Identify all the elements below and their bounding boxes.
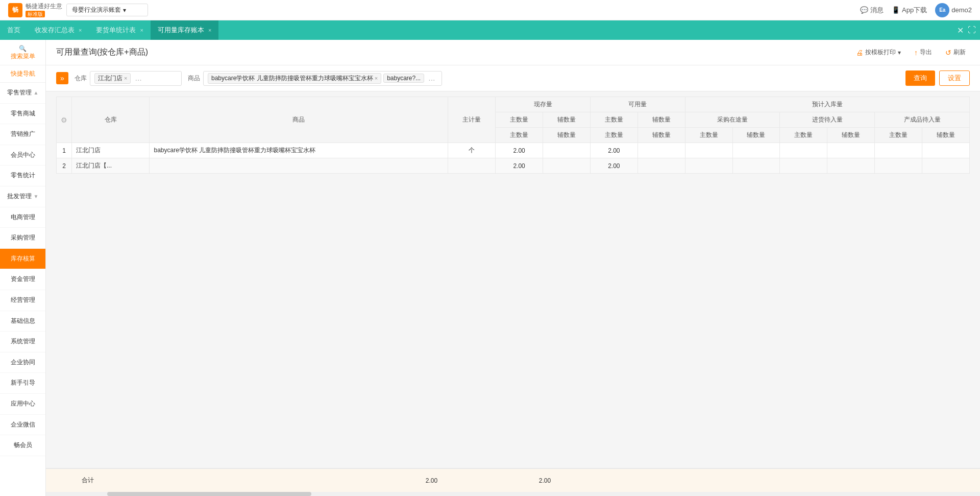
- row1-current-aux: [543, 143, 591, 158]
- col-purchase-transit-header: 采购在途量: [685, 112, 780, 128]
- export-button[interactable]: ↑ 导出: [910, 46, 936, 59]
- sidebar-item-member-center[interactable]: 会员中心: [0, 145, 45, 166]
- download-icon: 📱: [892, 6, 900, 14]
- sidebar-item-inventory[interactable]: 库存核算: [0, 249, 45, 270]
- row1-product: babycare学饮杯 儿童防摔防撞吸管杯重力球吸嘴杯宝宝水杯: [150, 143, 448, 158]
- sidebar-item-retail-mgmt[interactable]: 零售管理 ▲: [0, 83, 45, 104]
- col-production-aux: 辅数量: [922, 128, 970, 143]
- tab-close-receipt[interactable]: ×: [79, 27, 82, 33]
- tab-receipt-summary[interactable]: 收发存汇总表 ×: [28, 20, 89, 40]
- row2-unit: [448, 158, 496, 174]
- sidebar-item-purchase[interactable]: 采购管理: [0, 228, 45, 249]
- sidebar-item-retail-stats[interactable]: 零售统计: [0, 166, 45, 186]
- table-footer: 合计 2.00 2.00: [46, 468, 980, 492]
- table-row: 1 江北门店 babycare学饮杯 儿童防摔防撞吸管杯重力球吸嘴杯宝宝水杯 个…: [57, 143, 970, 158]
- table-container: ⚙ 仓库 商品 主计量 现存量 可用量 预计入库量 主数量 辅数量 主数量 辅数…: [46, 91, 980, 468]
- footer-gear: [56, 473, 78, 488]
- sidebar-item-operations[interactable]: 经营管理: [0, 290, 45, 311]
- col-product-header: 商品: [150, 97, 448, 143]
- warehouse-tag: 江北门店 ×: [94, 73, 131, 84]
- row1-unit: 个: [448, 143, 496, 158]
- sidebar-item-wholesale[interactable]: 批发管理 ▼: [0, 186, 45, 207]
- row2-warehouse: 江北门店【...: [72, 158, 150, 174]
- row2-purchase-aux: [732, 158, 780, 174]
- col-unit-header: 主计量: [448, 97, 496, 143]
- user-menu[interactable]: Ea demo2: [935, 3, 972, 17]
- sidebar-item-ecommerce[interactable]: 电商管理: [0, 207, 45, 228]
- col-gear-header[interactable]: ⚙: [57, 97, 72, 143]
- page-header: 可用量查询(按仓库+商品) 🖨 按模板打印 ▾ ↑ 导出 ↺ 刷新: [46, 40, 980, 65]
- col-production-main: 主数量: [875, 128, 922, 143]
- tab-order-stats[interactable]: 要货单统计表 ×: [89, 20, 150, 40]
- logo-area: 畅 畅捷通好生意 标准版: [8, 3, 62, 17]
- product-tag-1-close[interactable]: ×: [375, 75, 378, 81]
- sidebar-item-retail-store[interactable]: 零售商城: [0, 104, 45, 125]
- page-actions: 🖨 按模板打印 ▾ ↑ 导出 ↺ 刷新: [852, 46, 970, 65]
- sidebar-item-guide[interactable]: 新手引导: [0, 373, 45, 394]
- template-selector[interactable]: 母婴行业演示账套 ▾: [66, 4, 148, 16]
- sidebar-item-enterprise-wechat[interactable]: 企业微信: [0, 415, 45, 436]
- warehouse-more-icon[interactable]: ...: [133, 74, 143, 83]
- col-current-main-sub: 主数量: [496, 128, 543, 143]
- sidebar-item-system[interactable]: 系统管理: [0, 332, 45, 352]
- chevron-down-icon-wholesale: ▼: [34, 194, 39, 199]
- sidebar-item-vip[interactable]: 畅会员: [0, 435, 45, 456]
- download-button[interactable]: 📱 App下载: [892, 6, 927, 15]
- tab-bar: 首页 收发存汇总表 × 要货单统计表 × 可用量库存账本 × ✕ ⛶: [0, 20, 980, 40]
- footer-product: [148, 473, 360, 488]
- row2-num: 2: [57, 158, 72, 174]
- sidebar-item-app-center[interactable]: 应用中心: [0, 394, 45, 415]
- horizontal-scrollbar[interactable]: [46, 492, 980, 496]
- row1-avail-qty: 2.00: [590, 143, 638, 158]
- sidebar-menu: 零售管理 ▲ 零售商城 营销推广 会员中心 零售统计 批发管理 ▼ 电商管理: [0, 83, 45, 456]
- row1-production-aux: [922, 143, 970, 158]
- row2-incoming-aux: [827, 158, 875, 174]
- product-more-icon[interactable]: ...: [426, 74, 437, 83]
- tab-home[interactable]: 首页: [0, 20, 28, 40]
- col-purchase-aux: 辅数量: [732, 128, 780, 143]
- tab-maximize-button[interactable]: ⛶: [968, 26, 976, 35]
- message-button[interactable]: 💬 消息: [860, 6, 884, 15]
- main-layout: 🔍 搜索菜单 快捷导航 零售管理 ▲ 零售商城 营销推广 会员中心 零售统计: [0, 40, 980, 496]
- row1-num: 1: [57, 143, 72, 158]
- col-current-stock-header: 现存量: [496, 97, 591, 112]
- setting-button[interactable]: 设置: [939, 70, 970, 86]
- product-filter-group: 商品 babycare学饮杯 儿童防摔防撞吸管杯重力球吸嘴杯宝宝水杯 × bab…: [188, 71, 442, 86]
- print-chevron-icon: ▾: [898, 49, 901, 56]
- footer-purchase-aux: [687, 473, 743, 488]
- sidebar-item-marketing[interactable]: 营销推广: [0, 124, 45, 145]
- filter-expand-button[interactable]: »: [56, 72, 68, 84]
- scrollbar-thumb[interactable]: [107, 492, 311, 496]
- tab-close-all-button[interactable]: ✕: [957, 26, 964, 35]
- warehouse-tag-close[interactable]: ×: [124, 75, 127, 81]
- row2-avail-qty: 2.00: [590, 158, 638, 174]
- tab-close-order[interactable]: ×: [140, 27, 143, 33]
- refresh-button[interactable]: ↺ 刷新: [941, 46, 970, 59]
- col-avail-aux-header: 辅数量: [638, 112, 685, 128]
- tab-available-stock[interactable]: 可用量库存账本 ×: [151, 20, 218, 40]
- row1-warehouse: 江北门店: [72, 143, 150, 158]
- col-avail-main-sub: 主数量: [590, 128, 638, 143]
- col-avail-aux-sub: 辅数量: [638, 128, 685, 143]
- sidebar-item-basic-info[interactable]: 基础信息: [0, 311, 45, 332]
- row2-current-aux: [543, 158, 591, 174]
- top-bar-left: 畅 畅捷通好生意 标准版 母婴行业演示账套 ▾: [8, 3, 148, 17]
- print-button[interactable]: 🖨 按模板打印 ▾: [852, 46, 905, 59]
- export-icon: ↑: [914, 49, 918, 57]
- warehouse-input[interactable]: 江北门店 × ...: [90, 71, 182, 86]
- content-area: 可用量查询(按仓库+商品) 🖨 按模板打印 ▾ ↑ 导出 ↺ 刷新 »: [46, 40, 980, 496]
- col-current-aux-sub: 辅数量: [543, 128, 591, 143]
- sidebar-item-enterprise[interactable]: 企业协同: [0, 352, 45, 373]
- warehouse-filter-group: 仓库 江北门店 × ...: [75, 71, 182, 86]
- row2-current-qty: 2.00: [496, 158, 543, 174]
- tab-close-available[interactable]: ×: [208, 27, 211, 33]
- col-current-main-header: 主数量: [496, 112, 543, 128]
- row1-purchase-qty: [685, 143, 732, 158]
- query-button[interactable]: 查询: [905, 70, 935, 86]
- col-warehouse-header: 仓库: [72, 97, 150, 143]
- sidebar-search[interactable]: 🔍 搜索菜单: [0, 40, 45, 65]
- sidebar-item-finance[interactable]: 资金管理: [0, 269, 45, 290]
- sidebar-quick-nav[interactable]: 快捷导航: [0, 65, 45, 83]
- product-input[interactable]: babycare学饮杯 儿童防摔防撞吸管杯重力球吸嘴杯宝宝水杯 × babyca…: [203, 71, 442, 86]
- row1-production-qty: [875, 143, 922, 158]
